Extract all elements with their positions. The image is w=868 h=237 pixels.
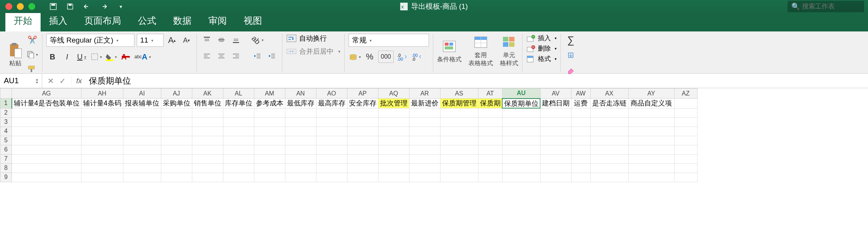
cell-AW8[interactable] xyxy=(571,163,590,173)
cell-AN9[interactable] xyxy=(285,173,316,182)
cell-styles-button[interactable]: 单元 格样式 xyxy=(500,34,518,67)
tab-data[interactable]: 数据 xyxy=(165,11,200,31)
minimize-window-button[interactable] xyxy=(17,3,24,10)
cell-AU6[interactable] xyxy=(502,145,540,154)
cell-AU1[interactable]: 保质期单位 xyxy=(502,99,540,109)
fx-label[interactable]: fx xyxy=(72,77,87,85)
cell-AK7[interactable] xyxy=(192,154,223,163)
orientation-button[interactable]: ab xyxy=(251,34,264,46)
cell-AS3[interactable] xyxy=(440,117,478,127)
cell-AS4[interactable] xyxy=(440,127,478,136)
cell-AH4[interactable] xyxy=(81,127,123,136)
cell-AJ3[interactable] xyxy=(161,117,192,127)
close-window-button[interactable] xyxy=(5,3,12,10)
format-cells-button[interactable]: 格式▾ xyxy=(526,54,557,63)
underline-button[interactable]: U xyxy=(75,51,88,63)
cell-AU7[interactable] xyxy=(502,154,540,163)
cell-AW4[interactable] xyxy=(571,127,590,136)
cell-AM4[interactable] xyxy=(254,127,285,136)
cell-AW1[interactable]: 运费 xyxy=(571,99,590,109)
col-header-AW[interactable]: AW xyxy=(571,89,590,99)
redo-button[interactable] xyxy=(99,2,109,12)
font-size-combo[interactable]: 11 xyxy=(137,34,164,47)
decrease-decimal-button[interactable]: .00.0 xyxy=(411,51,423,63)
col-header-AZ[interactable]: AZ xyxy=(674,89,697,99)
cell-AT6[interactable] xyxy=(478,145,502,154)
cell-AV4[interactable] xyxy=(540,127,571,136)
row-header-7[interactable]: 7 xyxy=(0,154,12,163)
cell-AN5[interactable] xyxy=(285,136,316,145)
cell-AZ1[interactable] xyxy=(674,99,697,109)
save-icon[interactable] xyxy=(65,2,75,12)
cell-AJ6[interactable] xyxy=(161,145,192,154)
col-header-AT[interactable]: AT xyxy=(478,89,502,99)
col-header-AM[interactable]: AM xyxy=(254,89,285,99)
cell-AH9[interactable] xyxy=(81,173,123,182)
decrease-font-button[interactable]: A▾ xyxy=(180,34,193,46)
cell-AJ9[interactable] xyxy=(161,173,192,182)
row-header-4[interactable]: 4 xyxy=(0,127,12,136)
cell-AW2[interactable] xyxy=(571,108,590,117)
cell-AX1[interactable]: 是否走冻链 xyxy=(590,99,628,109)
cell-AU2[interactable] xyxy=(502,108,540,117)
cell-AJ4[interactable] xyxy=(161,127,192,136)
cell-AQ5[interactable] xyxy=(378,136,409,145)
cut-button[interactable]: ✂️ xyxy=(26,34,38,46)
align-right-button[interactable] xyxy=(230,50,242,62)
cell-AP4[interactable] xyxy=(347,127,378,136)
align-top-button[interactable] xyxy=(201,34,213,46)
row-header-8[interactable]: 8 xyxy=(0,163,12,173)
cell-AO6[interactable] xyxy=(316,145,347,154)
cell-AX3[interactable] xyxy=(590,117,628,127)
cell-AU3[interactable] xyxy=(502,117,540,127)
col-header-AQ[interactable]: AQ xyxy=(378,89,409,99)
cell-AT8[interactable] xyxy=(478,163,502,173)
cell-AU5[interactable] xyxy=(502,136,540,145)
align-center-button[interactable] xyxy=(215,50,228,62)
cell-AG7[interactable] xyxy=(12,154,82,163)
cell-AZ9[interactable] xyxy=(674,173,697,182)
cell-AG6[interactable] xyxy=(12,145,82,154)
cell-AW6[interactable] xyxy=(571,145,590,154)
cell-AY2[interactable] xyxy=(628,108,674,117)
cell-AV6[interactable] xyxy=(540,145,571,154)
autosave-icon[interactable] xyxy=(48,2,58,12)
cell-AL6[interactable] xyxy=(223,145,254,154)
name-box-stepper[interactable]: ▴▾ xyxy=(36,78,38,84)
cell-AY1[interactable]: 商品自定义项 xyxy=(628,99,674,109)
cell-AU4[interactable] xyxy=(502,127,540,136)
cell-AY9[interactable] xyxy=(628,173,674,182)
cell-AU9[interactable] xyxy=(502,173,540,182)
cell-AL9[interactable] xyxy=(223,173,254,182)
cell-AV8[interactable] xyxy=(540,163,571,173)
phonetic-button[interactable]: abcA xyxy=(134,51,151,63)
cell-AK8[interactable] xyxy=(192,163,223,173)
cell-AR4[interactable] xyxy=(409,127,440,136)
cell-AI8[interactable] xyxy=(123,163,161,173)
tab-formulas[interactable]: 公式 xyxy=(129,11,165,31)
cell-AI3[interactable] xyxy=(123,117,161,127)
cell-AT3[interactable] xyxy=(478,117,502,127)
increase-decimal-button[interactable]: .0.00 xyxy=(396,51,408,63)
cell-AQ1[interactable]: 批次管理 xyxy=(378,99,409,109)
cell-AV1[interactable]: 建档日期 xyxy=(540,99,571,109)
cell-AI6[interactable] xyxy=(123,145,161,154)
cell-AX5[interactable] xyxy=(590,136,628,145)
cell-AT2[interactable] xyxy=(478,108,502,117)
align-left-button[interactable] xyxy=(201,50,213,62)
cell-AO9[interactable] xyxy=(316,173,347,182)
cell-AL2[interactable] xyxy=(223,108,254,117)
cell-AZ7[interactable] xyxy=(674,154,697,163)
cell-AZ2[interactable] xyxy=(674,108,697,117)
decrease-indent-button[interactable] xyxy=(251,50,264,62)
cell-AV9[interactable] xyxy=(540,173,571,182)
cell-AW7[interactable] xyxy=(571,154,590,163)
cell-AN8[interactable] xyxy=(285,163,316,173)
cell-AS1[interactable]: 保质期管理 xyxy=(440,99,478,109)
cell-AZ4[interactable] xyxy=(674,127,697,136)
cell-AL5[interactable] xyxy=(223,136,254,145)
cell-AT4[interactable] xyxy=(478,127,502,136)
cell-AV3[interactable] xyxy=(540,117,571,127)
tab-view[interactable]: 视图 xyxy=(235,11,270,31)
cell-AK5[interactable] xyxy=(192,136,223,145)
